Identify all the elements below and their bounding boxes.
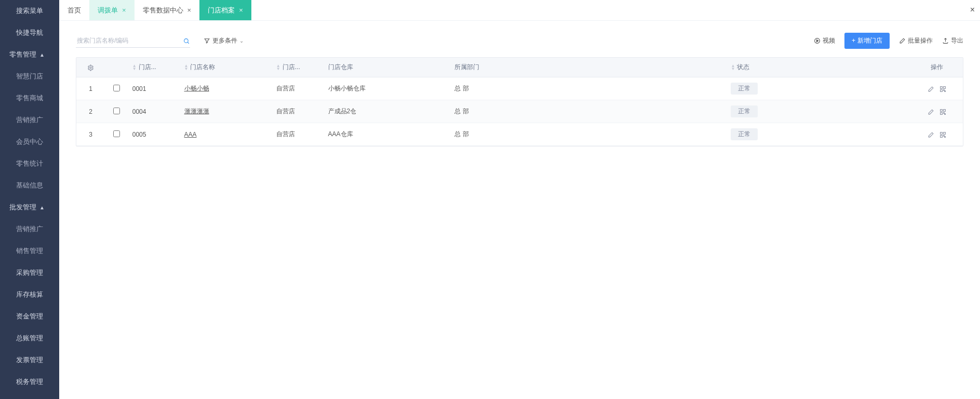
svg-rect-12 <box>944 112 945 113</box>
sidebar-item-label: 营销推广 <box>16 115 43 125</box>
export-label: 导出 <box>951 36 963 45</box>
edit-row-icon[interactable] <box>928 130 934 138</box>
video-link[interactable]: 视频 <box>814 36 835 45</box>
sort-icon: ▲▼ <box>184 64 189 71</box>
store-name-link[interactable]: AAA <box>184 131 197 138</box>
table-row[interactable]: 30005AAA自营店AAA仓库总 部正常 <box>76 123 963 146</box>
checkbox-header <box>105 58 128 77</box>
edit-row-icon[interactable] <box>928 85 934 92</box>
cell-department: 总 部 <box>450 100 727 123</box>
sidebar-item-label: 智慧门店 <box>16 72 43 81</box>
sidebar-item-member-center[interactable]: 会员中心 <box>0 131 59 153</box>
search-input[interactable] <box>76 34 183 47</box>
table-row[interactable]: 20004滙滙滙滙自营店产成品2仓总 部正常 <box>76 100 963 123</box>
bulk-ops-label: 批量操作 <box>908 36 933 45</box>
col-header-warehouse: 门店仓库 <box>324 58 451 77</box>
col-header-department: 所属部门 <box>450 58 727 77</box>
qrcode-icon[interactable] <box>939 108 946 115</box>
col-header-type[interactable]: ▲▼门店... <box>272 58 324 77</box>
search-wrap <box>76 34 190 48</box>
store-name-link[interactable]: 小畅小畅 <box>184 85 209 92</box>
close-icon[interactable]: × <box>187 6 192 14</box>
sidebar-item-marketing[interactable]: 营销推广 <box>0 109 59 131</box>
store-name-link[interactable]: 滙滙滙滙 <box>184 108 209 115</box>
svg-rect-7 <box>944 89 945 90</box>
cell-code: 0005 <box>128 123 180 146</box>
sort-icon: ▲▼ <box>731 64 735 71</box>
cell-type: 自营店 <box>272 77 324 100</box>
table-row[interactable]: 10001小畅小畅自营店小畅小畅仓库总 部正常 <box>76 77 963 100</box>
qrcode-icon[interactable] <box>939 130 946 138</box>
caret-up-icon: ▲ <box>39 52 45 58</box>
sidebar-item-tax[interactable]: 税务管理 <box>0 371 59 393</box>
cell-warehouse: 小畅小畅仓库 <box>324 77 451 100</box>
sidebar-item-retail-stats[interactable]: 零售统计 <box>0 153 59 175</box>
filter-icon <box>204 37 210 44</box>
row-checkbox[interactable] <box>113 85 120 91</box>
col-header-code[interactable]: ▲▼门店... <box>128 58 180 77</box>
row-index: 1 <box>76 77 105 100</box>
tab-home[interactable]: 首页 <box>59 0 89 20</box>
sidebar-item-label: 零售管理 <box>9 50 36 59</box>
col-header-name[interactable]: ▲▼门店名称 <box>180 58 272 77</box>
sidebar-item-smart-store[interactable]: 智慧门店 <box>0 65 59 87</box>
export-icon <box>942 37 949 44</box>
sidebar-item-ws-marketing[interactable]: 营销推广 <box>0 218 59 240</box>
play-icon <box>814 37 821 44</box>
sidebar-item-invoice[interactable]: 发票管理 <box>0 349 59 371</box>
svg-rect-13 <box>945 113 946 114</box>
sidebar-item-ledger[interactable]: 总账管理 <box>0 327 59 349</box>
sidebar-item-label: 零售商城 <box>16 94 43 103</box>
row-index: 2 <box>76 100 105 123</box>
svg-rect-15 <box>944 132 946 134</box>
sort-icon: ▲▼ <box>132 64 137 71</box>
close-icon[interactable]: × <box>239 6 243 14</box>
cell-code: 0004 <box>128 100 180 123</box>
svg-line-1 <box>187 42 189 44</box>
sidebar-item-label: 税务管理 <box>16 377 43 387</box>
tabs-bar: 首页 调拨单 × 零售数据中心 × 门店档案 × × <box>59 0 980 21</box>
toolbar: 更多条件 ⌄ 视频 + 新增门店 <box>76 29 963 52</box>
sidebar-group-wholesale[interactable]: 批发管理 ▲ <box>0 196 59 218</box>
bulk-ops[interactable]: 批量操作 <box>899 36 933 45</box>
sidebar-item-base-info[interactable]: 基础信息 <box>0 175 59 196</box>
sidebar-item-purchase[interactable]: 采购管理 <box>0 262 59 284</box>
svg-rect-10 <box>944 109 946 111</box>
row-checkbox[interactable] <box>113 108 120 114</box>
search-icon[interactable] <box>183 36 190 45</box>
qrcode-icon[interactable] <box>939 85 946 92</box>
sidebar-item-finance[interactable]: 资金管理 <box>0 305 59 327</box>
col-header-status[interactable]: ▲▼状态 <box>727 58 911 77</box>
svg-rect-14 <box>941 132 943 134</box>
chevron-down-icon: ⌄ <box>239 38 244 44</box>
close-icon[interactable]: × <box>122 6 126 14</box>
sidebar-item-label: 营销推广 <box>16 224 43 234</box>
add-store-button[interactable]: + 新增门店 <box>844 33 890 49</box>
sidebar-group-retail[interactable]: 零售管理 ▲ <box>0 44 59 65</box>
edit-row-icon[interactable] <box>928 108 934 115</box>
settings-header[interactable] <box>76 58 105 77</box>
table: ▲▼门店... ▲▼门店名称 ▲▼门店... 门店仓库 所属部门 ▲▼状态 操作… <box>76 57 963 147</box>
svg-rect-4 <box>941 86 943 88</box>
sidebar-item-retail-mall[interactable]: 零售商城 <box>0 87 59 109</box>
sidebar-item-sales-mgmt[interactable]: 销售管理 <box>0 240 59 262</box>
close-all-icon[interactable]: × <box>970 5 975 15</box>
tab-transfer[interactable]: 调拨单 × <box>89 0 135 20</box>
sidebar-item-label: 会员中心 <box>16 137 43 147</box>
sidebar: 搜索菜单 快捷导航 零售管理 ▲ 智慧门店 零售商城 营销推广 会员中心 零售统… <box>0 0 59 399</box>
tab-store-profile[interactable]: 门店档案 × <box>199 0 251 20</box>
more-conditions[interactable]: 更多条件 ⌄ <box>204 36 244 45</box>
row-checkbox[interactable] <box>113 130 120 137</box>
sort-icon: ▲▼ <box>276 64 280 71</box>
sidebar-item-search-menu[interactable]: 搜索菜单 <box>0 0 59 22</box>
svg-rect-8 <box>945 90 946 91</box>
sidebar-item-inventory[interactable]: 库存核算 <box>0 284 59 305</box>
sidebar-item-quick-nav[interactable]: 快捷导航 <box>0 22 59 44</box>
export-link[interactable]: 导出 <box>942 36 963 45</box>
cell-type: 自营店 <box>272 123 324 146</box>
row-index: 3 <box>76 123 105 146</box>
svg-point-3 <box>90 67 91 69</box>
tab-retail-data-center[interactable]: 零售数据中心 × <box>135 0 200 20</box>
sidebar-item-label: 快捷导航 <box>16 28 43 37</box>
svg-point-0 <box>184 38 189 43</box>
